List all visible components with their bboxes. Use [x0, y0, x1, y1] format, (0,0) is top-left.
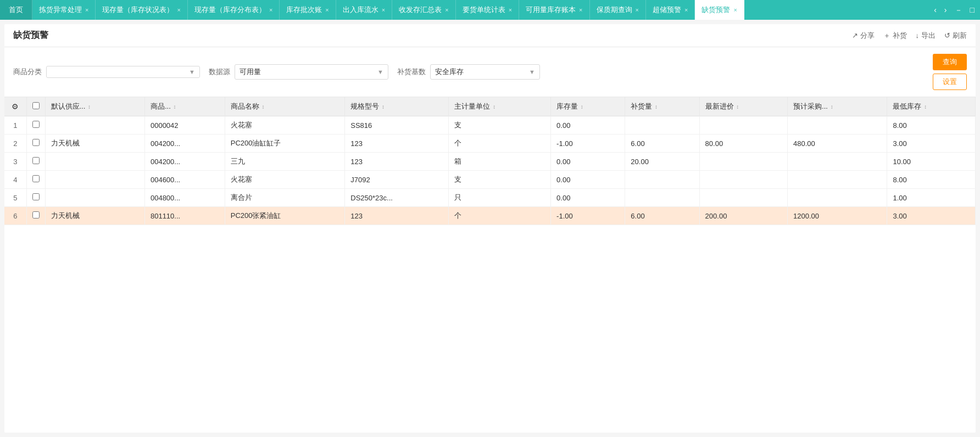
cell-est-purchase [788, 153, 887, 171]
next-tab-btn[interactable]: › [941, 4, 950, 16]
tab-close-available-ledger[interactable]: × [579, 7, 582, 13]
tab-close-abnormal[interactable]: × [85, 7, 88, 13]
tab-close-overstock[interactable]: × [684, 7, 688, 13]
maximize-btn[interactable]: □ [967, 4, 978, 16]
datasource-filter-group: 数据源 可用量 ▼ [209, 64, 388, 80]
settings-icon[interactable]: ⚙ [12, 102, 19, 111]
select-all-checkbox[interactable] [32, 102, 40, 109]
table-row: 4004600...火花塞J7092支0.008.00 [4, 171, 976, 189]
filter-bar: 商品分类 ▼ 数据源 可用量 ▼ 补货基数 安全库存 ▼ 查询 设置 [4, 47, 976, 97]
cell-min-stock: 3.00 [887, 135, 976, 153]
col-header-replenish_qty[interactable]: 补货量 ↕ [625, 97, 699, 116]
cell-spec: 123 [345, 135, 449, 153]
row-checkbox[interactable] [32, 211, 40, 218]
table-container: ⚙默认供应... ↕商品... ↕商品名称 ↕规格型号 ↕主计量单位 ↕库存量 … [4, 97, 976, 433]
cell-checkbox[interactable] [26, 207, 45, 225]
replenish-base-value: 安全库存 [435, 67, 464, 77]
col-header-spec[interactable]: 规格型号 ↕ [345, 97, 449, 116]
sort-icon-product_code: ↕ [172, 104, 176, 110]
col-header-product_name[interactable]: 商品名称 ↕ [225, 97, 345, 116]
tab-batch-account[interactable]: 库存批次账× [280, 0, 336, 20]
datasource-label: 数据源 [209, 67, 230, 77]
tab-shortage[interactable]: 缺货预警× [695, 0, 744, 20]
tab-close-order-stats[interactable]: × [509, 7, 512, 13]
cell-est-purchase [788, 116, 887, 135]
tab-abnormal[interactable]: 拣货异常处理× [32, 0, 96, 20]
row-checkbox[interactable] [32, 175, 40, 182]
category-select[interactable]: ▼ [46, 66, 200, 78]
cell-latest-price [699, 153, 787, 171]
refresh-icon: ↺ [944, 31, 950, 40]
cell-checkbox[interactable] [26, 171, 45, 189]
cell-seq: 5 [4, 189, 26, 207]
col-header-stock[interactable]: 库存量 ↕ [551, 97, 625, 116]
sort-icon-min_stock: ↕ [922, 104, 927, 110]
sort-icon-unit: ↕ [491, 104, 495, 110]
tab-inventory-status[interactable]: 现存量（库存状况表）× [96, 0, 187, 20]
tab-collect-summary[interactable]: 收发存汇总表× [392, 0, 455, 20]
cell-unit: 个 [449, 207, 551, 225]
replenish-base-label: 补货基数 [397, 67, 426, 77]
cell-unit: 个 [449, 135, 551, 153]
col-header-product_code[interactable]: 商品... ↕ [144, 97, 225, 116]
tab-close-shortage[interactable]: × [733, 7, 737, 13]
tab-inventory-dist[interactable]: 现存量（库存分布表）× [188, 0, 280, 20]
cell-checkbox[interactable] [26, 135, 45, 153]
share-button[interactable]: ↗ 分享 [852, 31, 875, 41]
settings-button[interactable]: 设置 [933, 74, 967, 90]
row-checkbox[interactable] [32, 121, 40, 128]
category-label: 商品分类 [13, 67, 42, 77]
row-checkbox[interactable] [32, 193, 40, 200]
cell-product-code: 801110... [144, 207, 225, 225]
col-header-unit[interactable]: 主计量单位 ↕ [449, 97, 551, 116]
tab-nav-buttons: ‹ › － □ [931, 4, 980, 16]
col-header-latest_price[interactable]: 最新进价 ↕ [699, 97, 787, 116]
tab-order-stats[interactable]: 要货单统计表× [456, 0, 519, 20]
replenish-base-select[interactable]: 安全库存 ▼ [430, 64, 540, 80]
row-checkbox[interactable] [32, 157, 40, 164]
replenish-button[interactable]: ＋ 补货 [883, 31, 907, 41]
col-header-est_purchase[interactable]: 预计采购... ↕ [788, 97, 887, 116]
tab-close-batch-account[interactable]: × [325, 7, 328, 13]
cell-unit: 支 [449, 116, 551, 135]
query-button[interactable]: 查询 [933, 54, 967, 70]
col-header-settings: ⚙ [4, 97, 26, 116]
prev-tab-btn[interactable]: ‹ [931, 4, 940, 16]
table-row: 5004800...离合片DS250*23c...只0.001.00 [4, 189, 976, 207]
tab-close-expiry-query[interactable]: × [636, 7, 639, 13]
replenish-base-filter-group: 补货基数 安全库存 ▼ [397, 64, 540, 80]
tab-home[interactable]: 首页 [0, 0, 32, 20]
col-header-supplier[interactable]: 默认供应... ↕ [45, 97, 144, 116]
cell-min-stock: 10.00 [887, 153, 976, 171]
data-table: ⚙默认供应... ↕商品... ↕商品名称 ↕规格型号 ↕主计量单位 ↕库存量 … [4, 97, 976, 225]
cell-stock: 0.00 [551, 116, 625, 135]
minimize-btn[interactable]: － [951, 4, 966, 16]
tab-close-inout-flow[interactable]: × [382, 7, 385, 13]
cell-unit: 只 [449, 189, 551, 207]
col-header-min_stock[interactable]: 最低库存 ↕ [887, 97, 976, 116]
cell-spec: J7092 [345, 171, 449, 189]
tab-overstock[interactable]: 超储预警× [646, 0, 695, 20]
refresh-button[interactable]: ↺ 刷新 [944, 31, 967, 41]
cell-est-purchase: 1200.00 [788, 207, 887, 225]
tab-expiry-query[interactable]: 保质期查询× [590, 0, 646, 20]
replenish-icon: ＋ [883, 31, 890, 41]
cell-replenish-qty [625, 189, 699, 207]
tab-close-inventory-status[interactable]: × [177, 7, 180, 13]
datasource-select[interactable]: 可用量 ▼ [235, 64, 388, 80]
cell-est-purchase: 480.00 [788, 135, 887, 153]
cell-stock: 0.00 [551, 153, 625, 171]
export-button[interactable]: ↓ 导出 [916, 31, 936, 41]
tab-inout-flow[interactable]: 出入库流水× [336, 0, 392, 20]
row-checkbox[interactable] [32, 139, 40, 146]
cell-checkbox[interactable] [26, 153, 45, 171]
header-actions: ↗ 分享 ＋ 补货 ↓ 导出 ↺ 刷新 [852, 31, 967, 41]
cell-checkbox[interactable] [26, 189, 45, 207]
tab-close-inventory-dist[interactable]: × [269, 7, 272, 13]
tab-label-batch-account: 库存批次账 [286, 5, 322, 15]
tab-available-ledger[interactable]: 可用量库存账本× [519, 0, 589, 20]
tab-close-collect-summary[interactable]: × [445, 7, 448, 13]
cell-stock: 0.00 [551, 171, 625, 189]
sort-icon-latest_price: ↕ [735, 104, 739, 110]
cell-checkbox[interactable] [26, 116, 45, 135]
